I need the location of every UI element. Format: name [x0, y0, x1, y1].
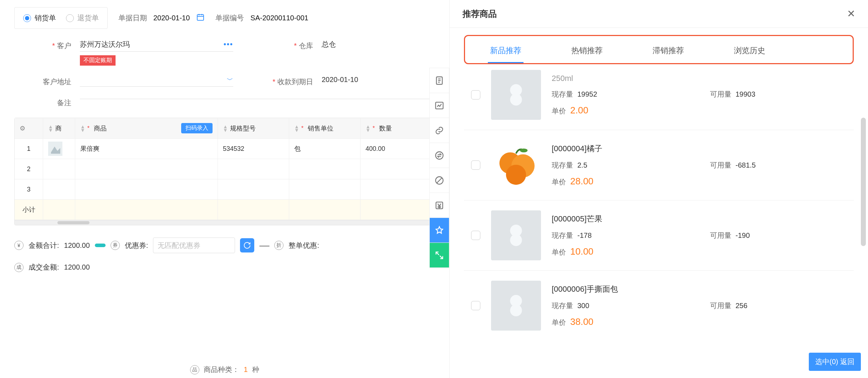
- gear-icon: ⚙: [20, 124, 25, 132]
- totals-row: ¥ 金额合计: 1200.00 券 优惠券: 无匹配优惠券 — 折 整单优惠:: [14, 237, 435, 253]
- coupon-select[interactable]: 无匹配优惠券: [153, 237, 235, 253]
- tab-return-order[interactable]: 退货单: [66, 13, 99, 23]
- svg-point-8: [510, 94, 522, 106]
- col-unit[interactable]: ▲▼ *销售单位: [289, 118, 361, 138]
- sort-icon: ▲▼: [366, 125, 371, 132]
- minus-chip-icon: [95, 244, 106, 247]
- sales-form-panel: 销货单 退货单 单据日期 2020-01-10 单据编号 SA-20200110…: [0, 0, 449, 378]
- tab-sales-order[interactable]: 销货单: [23, 13, 56, 23]
- expand-icon[interactable]: [430, 243, 449, 268]
- account-period-badge: 不固定账期: [80, 55, 116, 66]
- tab-history[interactable]: 浏览历史: [734, 45, 765, 63]
- customer-value: 苏州万达沃尔玛: [80, 40, 130, 49]
- cell-index: 2: [15, 159, 43, 179]
- product-thumb: [491, 281, 541, 331]
- table-row[interactable]: 1 果倍爽 534532 包 400.00: [15, 139, 435, 159]
- link-icon[interactable]: [430, 118, 449, 143]
- refresh-button[interactable]: [240, 238, 254, 252]
- recommend-tabs: 新品推荐 热销推荐 滞销推荐 浏览历史: [464, 35, 854, 64]
- currency-icon[interactable]: [430, 193, 449, 218]
- note-icon[interactable]: [430, 68, 449, 93]
- list-item[interactable]: [0000005]芒果 现存量-178 可用量-190 单价10.00: [464, 200, 854, 270]
- doc-date-label: 单据日期: [118, 13, 147, 23]
- warehouse-field[interactable]: 总仓: [322, 40, 364, 51]
- tab-hot[interactable]: 热销推荐: [571, 45, 603, 63]
- side-action-strip: [429, 68, 449, 268]
- item-name: [0000006]手撕面包: [552, 284, 847, 295]
- sort-icon: ▲▼: [80, 125, 85, 132]
- cell-spec[interactable]: 534532: [218, 139, 289, 159]
- doc-no-label: 单据编号: [215, 13, 244, 23]
- table-row[interactable]: 2: [15, 159, 435, 179]
- remark-field[interactable]: [80, 97, 435, 99]
- product-thumb: [491, 70, 541, 120]
- cell-unit[interactable]: 包: [289, 139, 361, 159]
- item-info: [0000005]芒果 现存量-178 可用量-190 单价10.00: [552, 214, 847, 257]
- svg-point-11: [506, 165, 526, 185]
- selected-return-button[interactable]: 选中(0) 返回: [809, 353, 861, 371]
- panel-title: 推荐商品: [463, 8, 497, 20]
- col-settings[interactable]: ⚙: [15, 118, 43, 138]
- item-info: [0000006]手撕面包 现存量300 可用量256 单价38.00: [552, 284, 847, 327]
- doc-date: 单据日期 2020-01-10: [118, 13, 205, 23]
- doc-date-value[interactable]: 2020-01-10: [153, 14, 190, 22]
- tab-new[interactable]: 新品推荐: [490, 45, 521, 63]
- item-name: [0000004]橘子: [552, 143, 847, 154]
- list-item[interactable]: [0000006]手撕面包 现存量300 可用量256 单价38.00: [464, 270, 854, 341]
- sort-icon: ▲▼: [223, 125, 228, 132]
- vertical-scrollbar[interactable]: [861, 118, 866, 246]
- swap-icon[interactable]: [430, 143, 449, 168]
- sort-icon: ▲▼: [48, 125, 53, 132]
- close-icon[interactable]: ✕: [847, 8, 855, 20]
- col-spec[interactable]: ▲▼ 规格型号: [218, 118, 289, 138]
- table-row[interactable]: 3: [15, 179, 435, 200]
- recommend-header: 推荐商品 ✕: [450, 0, 868, 28]
- list-item[interactable]: [0000004]橘子 现存量2.5 可用量-681.5 单价28.00: [464, 130, 854, 200]
- doc-type-tabs: 销货单 退货单: [14, 7, 108, 29]
- star-icon[interactable]: [430, 218, 449, 243]
- col-merchant[interactable]: ▲▼ 商: [43, 118, 75, 138]
- product-thumb: [491, 210, 541, 260]
- cell-thumb: [43, 139, 75, 159]
- warehouse-value: 总仓: [322, 40, 336, 49]
- kinds-icon: 品: [190, 365, 199, 374]
- tab-label: 退货单: [77, 13, 99, 23]
- doc-no-value: SA-20200110-001: [250, 14, 308, 22]
- item-name: [0000005]芒果: [552, 214, 847, 224]
- top-row: 销货单 退货单 单据日期 2020-01-10 单据编号 SA-20200110…: [14, 7, 435, 29]
- receipt-date-value: 2020-01-10: [322, 76, 358, 84]
- addr-field[interactable]: ﹀: [80, 76, 233, 87]
- remark-label: 备注: [14, 97, 71, 108]
- item-checkbox[interactable]: [471, 301, 480, 310]
- ellipsis-icon[interactable]: •••: [224, 40, 233, 48]
- item-info: [0000004]橘子 现存量2.5 可用量-681.5 单价28.00: [552, 143, 847, 187]
- svg-point-4: [436, 152, 443, 159]
- coupon-label: 优惠券:: [125, 241, 148, 250]
- kinds-count: 1: [244, 366, 247, 374]
- currency-icon: ¥: [14, 241, 24, 250]
- chevron-down-icon[interactable]: ﹀: [227, 76, 233, 84]
- scan-input-button[interactable]: 扫码录入: [181, 123, 213, 133]
- receipt-date-field[interactable]: 2020-01-10: [322, 76, 429, 86]
- item-checkbox[interactable]: [471, 160, 480, 170]
- col-qty[interactable]: ▲▼ *数量: [361, 118, 418, 138]
- discount-icon: 折: [274, 241, 284, 250]
- item-checkbox[interactable]: [471, 231, 480, 240]
- item-checkbox[interactable]: [471, 90, 480, 99]
- kinds-suffix: 种: [252, 365, 259, 374]
- cell-product[interactable]: 果倍爽: [75, 139, 218, 159]
- horizontal-scrollbar[interactable]: [15, 220, 435, 225]
- col-product[interactable]: ▲▼ *商品 扫码录入: [75, 118, 218, 138]
- tab-slow[interactable]: 滞销推荐: [653, 45, 684, 63]
- recommend-list[interactable]: 250ml 现存量19952 可用量19903 单价2.00: [450, 68, 868, 378]
- deny-icon[interactable]: [430, 168, 449, 193]
- list-item[interactable]: 250ml 现存量19952 可用量19903 单价2.00: [464, 68, 854, 130]
- line-items-grid: ⚙ ▲▼ 商 ▲▼ *商品 扫码录入 ▲▼ 规格型号 ▲▼ *销售单位 ▲▼ *…: [14, 118, 435, 225]
- recommend-panel: 推荐商品 ✕ 新品推荐 热销推荐 滞销推荐 浏览历史 250ml 现存量1995…: [449, 0, 868, 378]
- customer-field[interactable]: 苏州万达沃尔玛 •••: [80, 40, 233, 52]
- calendar-icon[interactable]: [196, 13, 205, 23]
- svg-point-12: [520, 148, 528, 152]
- item-info: 250ml 现存量19952 可用量19903 单价2.00: [552, 74, 847, 116]
- cell-qty[interactable]: 400.00: [361, 139, 418, 159]
- chart-icon[interactable]: [430, 93, 449, 118]
